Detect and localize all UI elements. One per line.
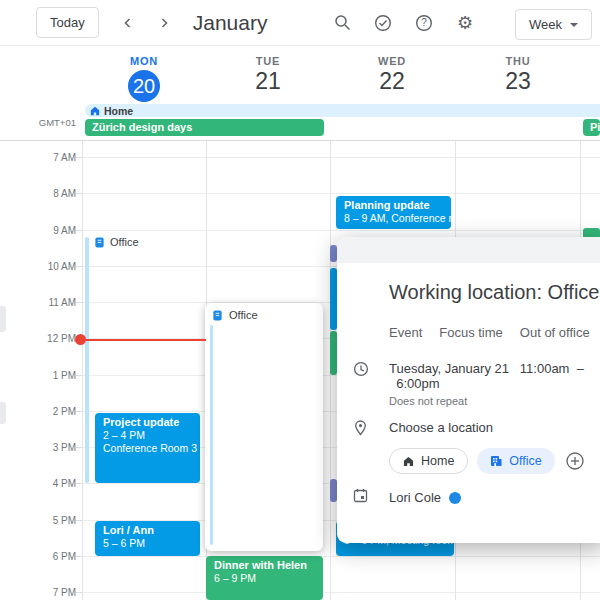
dialog-tab-focus-time[interactable]: Focus time [439,325,503,340]
office-building-icon [212,310,223,321]
day-number[interactable]: 23 [505,68,531,95]
event-sliver [330,268,337,330]
working-location-banner-label: Home [104,105,133,117]
event-sliver [330,245,337,262]
hour-label: 3 PM [18,442,76,453]
owner[interactable]: Lori Cole [389,490,461,505]
location-chips: Home Office [389,448,600,474]
day-number[interactable]: 20 [128,70,160,102]
grid-divider [0,140,600,141]
home-icon [403,456,414,467]
location-row: Choose a location [337,420,600,440]
hour-label: 6 PM [18,551,76,562]
location-pin-icon [337,420,389,440]
calendar-icon [337,488,389,507]
day-name: THU [505,55,530,67]
dialog-drag-handle[interactable] [337,237,600,263]
event-date: Tuesday, January 21 [389,361,509,376]
hour-label: 8 AM [18,188,76,199]
hour-gridline [82,230,600,231]
event-line: 6 – 9 PM [214,572,319,585]
working-location-chip-label: Office [229,309,258,321]
time-row: Tuesday, January 21 11:00am – 6:00pm Doe… [337,361,600,407]
event-start-time: 11:00am [520,361,570,376]
event-sliver [330,479,337,502]
time-dash: – [577,361,584,376]
hour-label: 7 PM [18,587,76,598]
hour-gridline [82,592,600,593]
event-planning-update[interactable]: Planning update8 – 9 AM, Conference room [336,196,451,229]
hour-label: 10 AM [18,261,76,272]
working-location-chip-tue: Office [212,309,258,321]
clock-icon [337,361,389,407]
working-location-banner[interactable]: Home [85,104,600,117]
presence-dot [449,492,461,504]
sidebar-edge-artifact [0,402,6,424]
event-line: 8 – 9 AM, Conference room [344,212,447,225]
office-chip-label: Office [509,454,541,468]
event-datetime[interactable]: Tuesday, January 21 11:00am – 6:00pm [389,361,600,391]
office-location-button[interactable]: Office [477,448,554,474]
event-sliver [330,331,337,375]
working-location-chip-mon[interactable]: Office [94,236,139,248]
day-name: TUE [256,55,280,67]
sidebar-edge-artifact [0,306,6,332]
dialog-title: Working location: Office [389,281,600,304]
day-name: WED [378,55,406,67]
timezone-label: GMT+01 [18,117,76,128]
hour-label: 7 AM [18,152,76,163]
hour-label: 12 PM [18,333,76,344]
day-name: MON [130,55,158,67]
working-location-card-tue[interactable]: Office [205,303,323,551]
calendar-owner-row: Lori Cole [337,488,600,507]
hour-label: 5 PM [18,515,76,526]
owner-name: Lori Cole [389,490,441,505]
allday-event[interactable]: Zürich design days [85,119,324,136]
add-location-button[interactable] [564,450,586,472]
event-line: Conference Room 3 [103,442,196,455]
dialog-tabs: EventFocus timeOut of officeW [389,319,600,346]
home-chip-label: Home [421,454,454,468]
hour-label: 4 PM [18,478,76,489]
home-icon [90,106,100,116]
event-line: Project update [103,416,196,429]
now-dot [75,334,86,345]
event-line: 5 – 6 PM [103,537,196,550]
working-location-dialog: Working location: Office EventFocus time… [337,237,600,543]
home-location-button[interactable]: Home [389,448,468,474]
office-building-icon [490,455,502,467]
column-divider [82,140,83,600]
dialog-tab-out-of-office[interactable]: Out of office [520,325,590,340]
office-building-icon [94,237,105,248]
dialog-tab-event[interactable]: Event [389,325,422,340]
event-line: Lori / Ann [103,524,196,537]
event-dinner-with-helen[interactable]: Dinner with Helen6 – 9 PM [206,556,323,600]
day-number[interactable]: 21 [255,68,281,95]
choose-location-label: Choose a location [389,420,493,440]
event-project-update[interactable]: Project update2 – 4 PMConference Room 3 [95,413,200,483]
hour-gridline [82,157,600,158]
allday-event[interactable]: Pic [583,119,600,136]
event-line: 2 – 4 PM [103,429,196,442]
day-number[interactable]: 22 [379,68,405,95]
hour-label: 1 PM [18,370,76,381]
event-end-time: 6:00pm [396,376,439,391]
hour-label: 2 PM [18,406,76,417]
event-line: Planning update [344,199,447,212]
working-location-strip [85,237,89,483]
hour-gridline [82,193,600,194]
calendar-app: Today January ? ⚙ Week 7 [0,0,600,600]
recurrence-label[interactable]: Does not repeat [389,395,600,407]
event-lori-ann[interactable]: Lori / Ann5 – 6 PM [95,521,200,556]
event-line: Dinner with Helen [214,559,319,572]
plus-circle-icon [565,451,585,471]
hour-label: 11 AM [18,297,76,308]
hour-label: 9 AM [18,225,76,236]
working-location-strip [210,325,213,545]
working-location-chip-label: Office [110,236,139,248]
now-line [80,339,206,341]
